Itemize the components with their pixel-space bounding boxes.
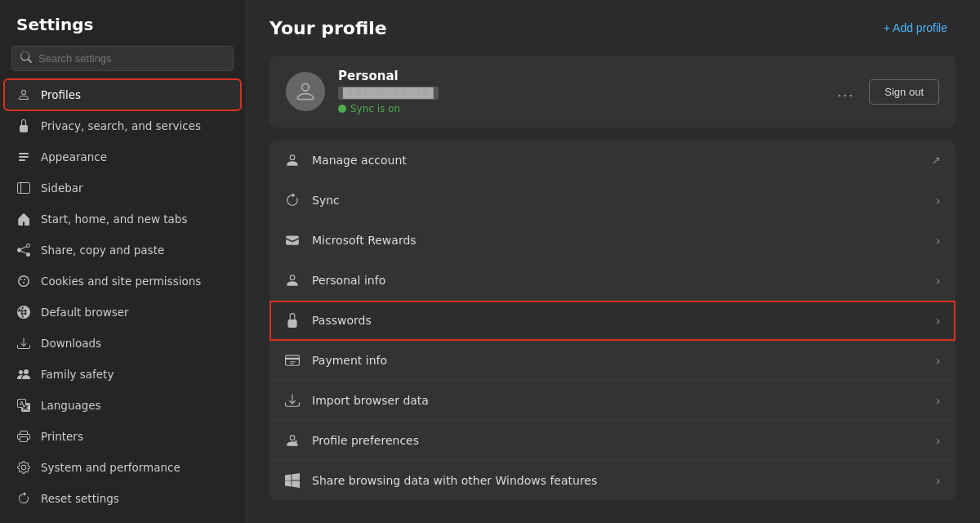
chevron-icon-passwords: › bbox=[936, 313, 941, 329]
sidebar-item-label-cookies: Cookies and site permissions bbox=[41, 275, 201, 288]
sidebar-item-languages[interactable]: Languages bbox=[5, 391, 240, 420]
sidebar-item-label-printers: Printers bbox=[41, 430, 83, 443]
passwords-icon bbox=[284, 312, 301, 329]
sidebar-item-downloads[interactable]: Downloads bbox=[5, 329, 240, 358]
languages-icon bbox=[16, 398, 31, 413]
search-icon bbox=[20, 51, 32, 65]
settings-item-personal-info[interactable]: Personal info › bbox=[270, 261, 956, 301]
main-content: Your profile + Add profile Personal ████… bbox=[245, 0, 980, 523]
sidebar-item-label-profiles: Profiles bbox=[41, 88, 81, 101]
sidebar-item-label-default: Default browser bbox=[41, 306, 129, 319]
profiles-icon bbox=[16, 87, 31, 102]
add-profile-label: + Add profile bbox=[884, 21, 947, 34]
chevron-icon-sync: › bbox=[936, 193, 941, 208]
sidebar-item-share-copy[interactable]: Share, copy and paste bbox=[5, 235, 240, 265]
home-icon bbox=[16, 212, 31, 226]
sidebar-item-phone[interactable]: Phone and other devices bbox=[5, 515, 240, 523]
import-label: Import browser data bbox=[312, 394, 924, 407]
profile-prefs-label: Profile preferences bbox=[312, 434, 924, 447]
rewards-icon bbox=[284, 232, 301, 248]
sidebar-item-default-browser[interactable]: Default browser bbox=[5, 297, 240, 327]
settings-item-profile-prefs[interactable]: Profile preferences › bbox=[270, 421, 956, 461]
chevron-icon-payment: › bbox=[936, 353, 941, 369]
payment-label: Payment info bbox=[312, 354, 924, 367]
sidebar-item-appearance[interactable]: Appearance bbox=[5, 142, 240, 172]
manage-account-icon bbox=[284, 152, 301, 168]
sidebar-item-label-family: Family safety bbox=[41, 368, 114, 381]
sign-out-button[interactable]: Sign out bbox=[869, 79, 939, 105]
sidebar-item-privacy[interactable]: Privacy, search, and services bbox=[5, 111, 240, 141]
sidebar-item-cookies[interactable]: Cookies and site permissions bbox=[5, 266, 240, 296]
sidebar-item-label-share: Share, copy and paste bbox=[41, 244, 164, 257]
personal-info-icon bbox=[284, 272, 301, 288]
sidebar: Settings Profiles Privacy, search, and s… bbox=[0, 0, 245, 523]
settings-item-manage-account[interactable]: Manage account ↗ bbox=[270, 141, 956, 181]
profile-card: Personal ████████████ Sync is on ... Sig… bbox=[270, 56, 956, 127]
appearance-icon bbox=[16, 150, 31, 164]
profile-email: ████████████ bbox=[338, 87, 439, 100]
sidebar-item-printers[interactable]: Printers bbox=[5, 422, 240, 451]
sidebar-icon bbox=[16, 181, 31, 195]
profile-info: Personal ████████████ Sync is on bbox=[338, 69, 817, 114]
settings-item-import[interactable]: Import browser data › bbox=[270, 381, 956, 421]
passwords-label: Passwords bbox=[312, 314, 924, 327]
sync-status: Sync is on bbox=[338, 103, 817, 114]
settings-item-passwords[interactable]: Passwords › bbox=[270, 301, 956, 341]
sidebar-item-label-system: System and performance bbox=[41, 461, 180, 474]
chevron-icon-import: › bbox=[936, 393, 941, 409]
search-box[interactable] bbox=[11, 46, 234, 71]
privacy-icon bbox=[16, 118, 31, 133]
sync-label: Sync is on bbox=[350, 103, 400, 114]
external-link-icon: ↗ bbox=[931, 154, 941, 167]
printers-icon bbox=[16, 429, 31, 444]
avatar bbox=[286, 72, 325, 111]
search-input[interactable] bbox=[38, 52, 225, 65]
settings-item-payment[interactable]: Payment info › bbox=[270, 341, 956, 381]
share-icon bbox=[16, 243, 31, 257]
sidebar-item-sidebar[interactable]: Sidebar bbox=[5, 173, 240, 203]
sidebar-item-label-appearance: Appearance bbox=[41, 150, 107, 163]
more-options-button[interactable]: ... bbox=[831, 80, 861, 104]
import-icon bbox=[284, 392, 301, 409]
page-header: Your profile + Add profile bbox=[270, 16, 956, 39]
system-icon bbox=[16, 460, 31, 475]
settings-list: Manage account ↗ Sync › Microsoft Reward… bbox=[270, 141, 956, 500]
settings-item-sync[interactable]: Sync › bbox=[270, 181, 956, 221]
profile-name: Personal bbox=[338, 69, 817, 83]
payment-icon bbox=[284, 352, 301, 369]
windows-icon bbox=[284, 472, 301, 489]
personal-info-label: Personal info bbox=[312, 274, 924, 287]
sidebar-item-family[interactable]: Family safety bbox=[5, 360, 240, 389]
sidebar-item-label-sidebar: Sidebar bbox=[41, 181, 83, 194]
chevron-icon-profile-prefs: › bbox=[936, 433, 941, 449]
sync-dot bbox=[338, 105, 346, 113]
sidebar-item-profiles[interactable]: Profiles bbox=[5, 80, 240, 110]
sidebar-item-start-home[interactable]: Start, home, and new tabs bbox=[5, 204, 240, 234]
cookies-icon bbox=[16, 274, 31, 288]
chevron-icon-rewards: › bbox=[936, 233, 941, 248]
sidebar-item-label-privacy: Privacy, search, and services bbox=[41, 119, 201, 132]
page-title: Your profile bbox=[270, 18, 387, 38]
share-browsing-label: Share browsing data with other Windows f… bbox=[312, 474, 924, 487]
browser-icon bbox=[16, 305, 31, 320]
add-profile-button[interactable]: + Add profile bbox=[875, 16, 956, 39]
sync-label-item: Sync bbox=[312, 194, 924, 207]
sidebar-item-system[interactable]: System and performance bbox=[5, 453, 240, 482]
sidebar-item-label-start: Start, home, and new tabs bbox=[41, 212, 187, 226]
profile-prefs-icon bbox=[284, 432, 301, 449]
profile-actions: ... Sign out bbox=[831, 79, 939, 105]
settings-item-share-browsing[interactable]: Share browsing data with other Windows f… bbox=[270, 461, 956, 500]
sidebar-item-label-reset: Reset settings bbox=[41, 492, 119, 505]
sidebar-item-label-downloads: Downloads bbox=[41, 337, 101, 350]
sidebar-item-reset[interactable]: Reset settings bbox=[5, 484, 240, 513]
chevron-icon-share: › bbox=[936, 473, 941, 489]
family-icon bbox=[16, 367, 31, 382]
chevron-icon-personal: › bbox=[936, 273, 941, 288]
reset-icon bbox=[16, 491, 31, 506]
rewards-label: Microsoft Rewards bbox=[312, 234, 924, 247]
downloads-icon bbox=[16, 336, 31, 351]
manage-account-label: Manage account bbox=[312, 154, 920, 167]
sync-icon bbox=[284, 192, 301, 208]
settings-item-rewards[interactable]: Microsoft Rewards › bbox=[270, 221, 956, 261]
sidebar-item-label-languages: Languages bbox=[41, 399, 101, 412]
